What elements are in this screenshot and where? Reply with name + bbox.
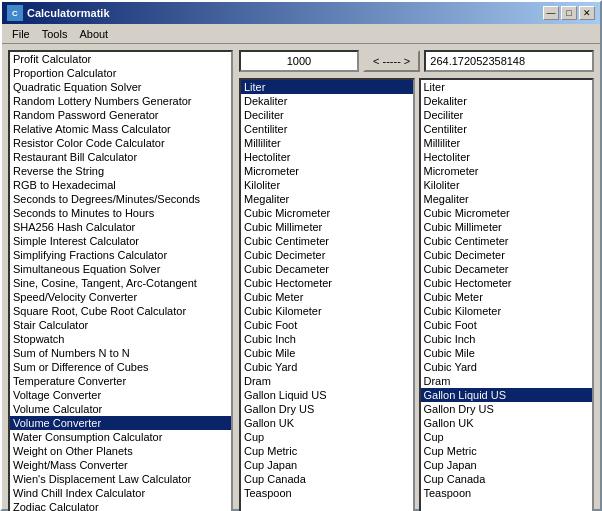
unit-item-right[interactable]: Gallon Liquid US bbox=[421, 388, 593, 402]
unit-item-right[interactable]: Cubic Inch bbox=[421, 332, 593, 346]
list-item[interactable]: Relative Atomic Mass Calculator bbox=[10, 122, 231, 136]
convert-button[interactable]: < ----- > bbox=[363, 50, 420, 72]
unit-item-right[interactable]: Liter bbox=[421, 80, 593, 94]
unit-item-left[interactable]: Gallon UK bbox=[241, 416, 413, 430]
unit-item-right[interactable]: Hectoliter bbox=[421, 150, 593, 164]
unit-item-right[interactable]: Gallon UK bbox=[421, 416, 593, 430]
input-value[interactable] bbox=[239, 50, 359, 72]
unit-item-left[interactable]: Cup bbox=[241, 430, 413, 444]
list-item[interactable]: Zodiac Calculator bbox=[10, 500, 231, 511]
unit-item-left[interactable]: Cubic Decameter bbox=[241, 262, 413, 276]
list-item[interactable]: Temperature Converter bbox=[10, 374, 231, 388]
list-item[interactable]: Weight/Mass Converter bbox=[10, 458, 231, 472]
unit-item-right[interactable]: Cubic Hectometer bbox=[421, 276, 593, 290]
list-item[interactable]: Proportion Calculator bbox=[10, 66, 231, 80]
list-item[interactable]: Stopwatch bbox=[10, 332, 231, 346]
unit-item-right[interactable]: Deciliter bbox=[421, 108, 593, 122]
unit-item-left[interactable]: Cubic Yard bbox=[241, 360, 413, 374]
unit-item-left[interactable]: Dekaliter bbox=[241, 94, 413, 108]
unit-item-right[interactable]: Micrometer bbox=[421, 164, 593, 178]
unit-item-left[interactable]: Micrometer bbox=[241, 164, 413, 178]
unit-item-left[interactable]: Cubic Kilometer bbox=[241, 304, 413, 318]
menu-about[interactable]: About bbox=[73, 26, 114, 42]
unit-item-left[interactable]: Teaspoon bbox=[241, 486, 413, 500]
calculator-list[interactable]: Profit CalculatorProportion CalculatorQu… bbox=[8, 50, 233, 511]
list-item[interactable]: Random Password Generator bbox=[10, 108, 231, 122]
unit-item-left[interactable]: Centiliter bbox=[241, 122, 413, 136]
unit-item-left[interactable]: Cup Canada bbox=[241, 472, 413, 486]
list-item[interactable]: Seconds to Minutes to Hours bbox=[10, 206, 231, 220]
unit-item-left[interactable]: Cubic Millimeter bbox=[241, 220, 413, 234]
maximize-button[interactable]: □ bbox=[561, 6, 577, 20]
list-item[interactable]: Wien's Displacement Law Calculator bbox=[10, 472, 231, 486]
unit-item-right[interactable]: Cup Metric bbox=[421, 444, 593, 458]
list-item[interactable]: Simultaneous Equation Solver bbox=[10, 262, 231, 276]
unit-item-right[interactable]: Dekaliter bbox=[421, 94, 593, 108]
list-item[interactable]: Quadratic Equation Solver bbox=[10, 80, 231, 94]
unit-item-right[interactable]: Gallon Dry US bbox=[421, 402, 593, 416]
unit-item-right[interactable]: Cubic Mile bbox=[421, 346, 593, 360]
list-item[interactable]: Speed/Velocity Converter bbox=[10, 290, 231, 304]
list-item[interactable]: SHA256 Hash Calculator bbox=[10, 220, 231, 234]
unit-item-left[interactable]: Cubic Hectometer bbox=[241, 276, 413, 290]
list-item[interactable]: Volume Converter bbox=[10, 416, 231, 430]
unit-list-left[interactable]: LiterDekaliterDeciliterCentiliterMillili… bbox=[239, 78, 415, 511]
menu-tools[interactable]: Tools bbox=[36, 26, 74, 42]
unit-item-left[interactable]: Liter bbox=[241, 80, 413, 94]
unit-item-left[interactable]: Cubic Inch bbox=[241, 332, 413, 346]
unit-item-right[interactable]: Cubic Micrometer bbox=[421, 206, 593, 220]
unit-item-left[interactable]: Cubic Foot bbox=[241, 318, 413, 332]
list-item[interactable]: Stair Calculator bbox=[10, 318, 231, 332]
unit-item-left[interactable]: Dram bbox=[241, 374, 413, 388]
list-item[interactable]: Wind Chill Index Calculator bbox=[10, 486, 231, 500]
list-item[interactable]: RGB to Hexadecimal bbox=[10, 178, 231, 192]
menu-file[interactable]: File bbox=[6, 26, 36, 42]
unit-item-left[interactable]: Cup Metric bbox=[241, 444, 413, 458]
unit-item-right[interactable]: Cubic Kilometer bbox=[421, 304, 593, 318]
list-item[interactable]: Square Root, Cube Root Calculator bbox=[10, 304, 231, 318]
list-item[interactable]: Sum of Numbers N to N bbox=[10, 346, 231, 360]
unit-item-right[interactable]: Teaspoon bbox=[421, 486, 593, 500]
unit-item-right[interactable]: Cubic Centimeter bbox=[421, 234, 593, 248]
list-item[interactable]: Profit Calculator bbox=[10, 52, 231, 66]
minimize-button[interactable]: — bbox=[543, 6, 559, 20]
list-item[interactable]: Seconds to Degrees/Minutes/Seconds bbox=[10, 192, 231, 206]
unit-item-left[interactable]: Cubic Mile bbox=[241, 346, 413, 360]
unit-item-left[interactable]: Megaliter bbox=[241, 192, 413, 206]
unit-item-right[interactable]: Kiloliter bbox=[421, 178, 593, 192]
unit-item-right[interactable]: Cup Japan bbox=[421, 458, 593, 472]
list-item[interactable]: Sine, Cosine, Tangent, Arc-Cotangent bbox=[10, 276, 231, 290]
unit-item-left[interactable]: Cubic Micrometer bbox=[241, 206, 413, 220]
unit-item-left[interactable]: Hectoliter bbox=[241, 150, 413, 164]
unit-item-right[interactable]: Cup bbox=[421, 430, 593, 444]
list-item[interactable]: Random Lottery Numbers Generator bbox=[10, 94, 231, 108]
unit-item-right[interactable]: Centiliter bbox=[421, 122, 593, 136]
unit-item-left[interactable]: Gallon Liquid US bbox=[241, 388, 413, 402]
list-item[interactable]: Resistor Color Code Calculator bbox=[10, 136, 231, 150]
list-item[interactable]: Water Consumption Calculator bbox=[10, 430, 231, 444]
unit-item-right[interactable]: Cup Canada bbox=[421, 472, 593, 486]
unit-item-left[interactable]: Cubic Meter bbox=[241, 290, 413, 304]
unit-item-right[interactable]: Megaliter bbox=[421, 192, 593, 206]
unit-item-right[interactable]: Cubic Decameter bbox=[421, 262, 593, 276]
list-item[interactable]: Volume Calculator bbox=[10, 402, 231, 416]
unit-item-right[interactable]: Dram bbox=[421, 374, 593, 388]
list-item[interactable]: Simplifying Fractions Calculator bbox=[10, 248, 231, 262]
unit-item-right[interactable]: Cubic Millimeter bbox=[421, 220, 593, 234]
unit-item-left[interactable]: Gallon Dry US bbox=[241, 402, 413, 416]
unit-item-right[interactable]: Cubic Decimeter bbox=[421, 248, 593, 262]
unit-item-left[interactable]: Cup Japan bbox=[241, 458, 413, 472]
unit-item-left[interactable]: Deciliter bbox=[241, 108, 413, 122]
unit-item-left[interactable]: Cubic Centimeter bbox=[241, 234, 413, 248]
unit-item-left[interactable]: Cubic Decimeter bbox=[241, 248, 413, 262]
unit-list-right[interactable]: LiterDekaliterDeciliterCentiliterMillili… bbox=[419, 78, 595, 511]
unit-item-right[interactable]: Milliliter bbox=[421, 136, 593, 150]
list-item[interactable]: Simple Interest Calculator bbox=[10, 234, 231, 248]
list-item[interactable]: Restaurant Bill Calculator bbox=[10, 150, 231, 164]
unit-item-left[interactable]: Milliliter bbox=[241, 136, 413, 150]
list-item[interactable]: Weight on Other Planets bbox=[10, 444, 231, 458]
unit-item-left[interactable]: Kiloliter bbox=[241, 178, 413, 192]
list-item[interactable]: Reverse the String bbox=[10, 164, 231, 178]
list-item[interactable]: Voltage Converter bbox=[10, 388, 231, 402]
close-button[interactable]: ✕ bbox=[579, 6, 595, 20]
